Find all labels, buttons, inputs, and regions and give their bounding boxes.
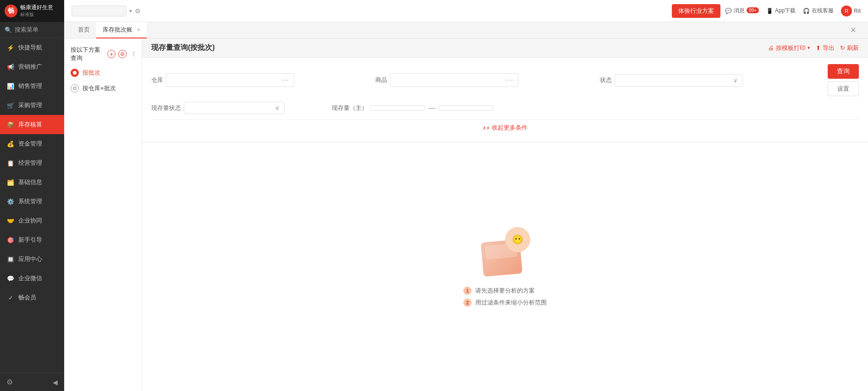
tab-home[interactable]: 首页 [71,22,96,38]
stock-qty-label: 现存量（主） [332,104,368,112]
sidebar-search[interactable]: 🔍 搜索菜单 [0,22,64,38]
svg-point-1 [73,87,76,90]
topbar: ▾ ⚙ 体验行业方案 💬 消息 99+ 📱 App下载 🎧 在线客服 R Rit [64,0,868,22]
sidebar-item-label: 企业协同 [18,217,42,225]
settings-plan-icon[interactable]: ⚙ [118,50,126,58]
online-service-button[interactable]: 🎧 在线客服 [803,7,834,15]
avatar-icon: R [841,5,852,16]
refresh-button[interactable]: ↻ 刷新 [840,44,859,52]
message-button[interactable]: 💬 消息 99+ [725,7,759,15]
filter-row-1: 仓库 ··· 商品 ··· [151,64,859,96]
panel-title-text: 按以下方案查询 [71,46,104,62]
sidebar-item-app-center[interactable]: 🔲 应用中心 [0,250,64,269]
sidebar-item-wechat[interactable]: 💬 企业微信 [0,269,64,288]
status-select[interactable]: ∨ [615,74,743,87]
content-area: 按以下方案查询 + ⚙ 《 按批次 按仓库+批次 [64,38,868,391]
sidebar-item-quick-nav[interactable]: ⚡ 快捷导航 [0,38,64,57]
trial-button[interactable]: 体验行业方案 [672,4,720,18]
app-subtitle: 标准版 [20,11,53,18]
purchase-icon: 🛒 [6,101,15,109]
sidebar-item-label: 资金管理 [18,140,42,148]
sidebar-item-vip[interactable]: ✓ 畅会员 [0,288,64,307]
app-title: 畅康通好生意 [20,4,53,11]
filter-warehouse: 仓库 ··· [151,73,369,87]
filter-collapse-button[interactable]: ∧∧ 收起更多条件 [151,119,859,136]
sidebar: 畅 畅康通好生意 标准版 🔍 搜索菜单 ⚡ 快捷导航 📢 营销推广 📊 销售管理… [0,0,64,391]
stock-status-label: 现存量状态 [151,104,181,112]
sidebar-item-guide[interactable]: 🎯 新手引导 [0,230,64,250]
wechat-icon: 💬 [6,274,15,282]
user-avatar[interactable]: R Rit [841,5,861,16]
sidebar-item-sales[interactable]: 📊 销售管理 [0,76,64,96]
sidebar-item-inventory[interactable]: 📦 库存核算 [0,115,64,134]
collapse-sidebar-icon[interactable]: ◀ [53,379,58,386]
empty-tip-2: 2 用过滤条件来缩小分析范围 [463,299,547,307]
tip-num-1: 1 [463,287,472,295]
sidebar-item-label: 采购管理 [18,101,42,109]
warehouse-input[interactable]: ··· [166,73,294,87]
settings-button[interactable]: 设置 [828,81,859,96]
product-input[interactable]: ··· [390,73,518,87]
status-dropdown-icon: ∨ [733,77,738,84]
sidebar-item-label: 经营管理 [18,159,42,167]
topbar-settings-icon[interactable]: ⚙ [135,7,141,15]
filter-row-2: 现存量状态 ∨ 现存量（主） — [151,102,859,114]
plan-dot-outline [71,84,79,92]
operations-icon: 📋 [6,159,15,167]
topbar-search-input[interactable] [71,5,126,16]
settings-icon[interactable]: ⚙ [6,378,13,386]
tab-inventory-batch[interactable]: 库存批次账 × [96,22,147,38]
collapse-label: 收起更多条件 [492,124,527,132]
topbar-dropdown-icon[interactable]: ▾ [129,8,132,14]
tab-close-icon[interactable]: × [137,27,140,33]
collapse-panel-icon[interactable]: 《 [129,50,135,58]
sidebar-item-label: 新手引导 [18,236,42,244]
topbar-actions: 💬 消息 99+ 📱 App下载 🎧 在线客服 R Rit [725,5,861,16]
stock-qty-dash: — [428,104,435,112]
empty-tip-1: 1 请先选择要分析的方案 [463,287,547,295]
product-more-icon[interactable]: ··· [506,76,513,84]
vip-icon: ✓ [6,293,15,302]
tab-home-label: 首页 [78,26,90,34]
add-plan-icon[interactable]: + [107,50,115,58]
sidebar-item-marketing[interactable]: 📢 营销推广 [0,57,64,76]
app-logo: 畅 [5,5,17,17]
sidebar-item-finance[interactable]: 💰 资金管理 [0,134,64,153]
enterprise-icon: 🤝 [6,217,15,225]
warehouse-more-icon[interactable]: ··· [282,76,289,84]
marketing-icon: 📢 [6,63,15,71]
query-button[interactable]: 查询 [828,64,859,79]
tab-close-right-icon[interactable]: ✕ [846,26,861,34]
plan-item-batch[interactable]: 按批次 [64,65,142,81]
filter-stock-qty: 现存量（主） — [332,104,506,112]
empty-tips: 1 请先选择要分析的方案 2 用过滤条件来缩小分析范围 [463,287,547,307]
print-button[interactable]: 🖨 按模板打印 ▾ [768,44,810,52]
panel-title-actions: + ⚙ 《 [107,50,135,58]
plan-item-warehouse-batch[interactable]: 按仓库+批次 [64,81,142,96]
print-icon: 🖨 [768,44,774,51]
app-center-icon: 🔲 [6,255,15,263]
sidebar-item-enterprise[interactable]: 🤝 企业协同 [0,211,64,230]
collapse-up-icon: ∧∧ [483,125,490,131]
sidebar-item-system[interactable]: ⚙️ 系统管理 [0,192,64,211]
sidebar-item-label: 营销推广 [18,63,42,71]
print-dropdown-icon[interactable]: ▾ [808,45,810,51]
sidebar-item-purchase[interactable]: 🛒 采购管理 [0,96,64,115]
main-area: ▾ ⚙ 体验行业方案 💬 消息 99+ 📱 App下载 🎧 在线客服 R Rit [64,0,868,391]
stock-qty-min-input[interactable] [370,105,425,111]
stock-status-select[interactable]: ∨ [184,102,285,114]
sidebar-item-operations[interactable]: 📋 经营管理 [0,153,64,173]
online-service-label: 在线客服 [812,7,834,15]
empty-illustration: 😶 [475,227,535,277]
sidebar-item-basic-info[interactable]: 🗂️ 基础信息 [0,173,64,192]
sidebar-item-label: 库存核算 [18,120,42,129]
app-download-button[interactable]: 📱 App下载 [766,7,796,15]
left-panel: 按以下方案查询 + ⚙ 《 按批次 按仓库+批次 [64,38,142,391]
stock-qty-max-input[interactable] [438,105,493,111]
finance-icon: 💰 [6,140,15,148]
search-icon: 🔍 [5,27,12,33]
tip-num-2: 2 [463,299,472,307]
sidebar-item-label: 应用中心 [18,255,42,263]
export-button[interactable]: ⬆ 导出 [816,44,835,52]
filter-status: 状态 ∨ [600,74,818,87]
